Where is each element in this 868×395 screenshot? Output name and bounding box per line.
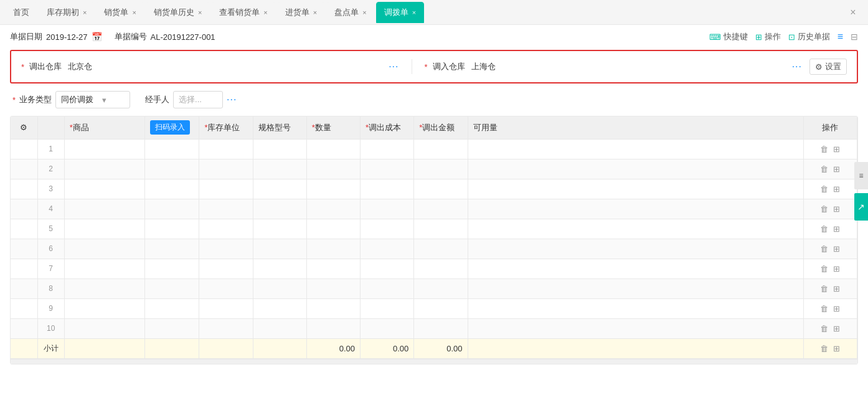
row-cost-cell[interactable]: [361, 298, 414, 318]
row-amount-cell[interactable]: [414, 159, 468, 179]
list-view-button[interactable]: ≡: [837, 31, 843, 42]
delete-icon[interactable]: 🗑: [820, 284, 828, 293]
row-qty-cell[interactable]: [306, 239, 360, 259]
row-qty-cell[interactable]: [306, 179, 360, 199]
row-amount-cell[interactable]: [414, 278, 468, 298]
out-warehouse-more-button[interactable]: ···: [389, 61, 399, 72]
tab-purchase-close[interactable]: ×: [313, 9, 317, 16]
operations-button[interactable]: ⊞ 操作: [755, 31, 781, 42]
copy-icon[interactable]: ⊞: [833, 184, 840, 194]
scrollbar[interactable]: [11, 359, 857, 364]
row-cost-cell[interactable]: [361, 278, 414, 298]
business-type-select[interactable]: 同价调拨 ▾: [55, 91, 130, 108]
copy-icon[interactable]: ⊞: [833, 304, 840, 313]
row-product-cell[interactable]: [64, 318, 144, 338]
row-spec-cell[interactable]: [253, 159, 306, 179]
copy-icon[interactable]: ⊞: [833, 324, 840, 333]
row-qty-cell[interactable]: [306, 298, 360, 318]
tab-inventory-check[interactable]: 盘点单 ×: [326, 2, 374, 23]
row-cost-cell[interactable]: [361, 318, 414, 338]
row-cost-cell[interactable]: [361, 179, 414, 199]
row-amount-cell[interactable]: [414, 219, 468, 239]
copy-icon[interactable]: ⊞: [833, 244, 840, 254]
row-amount-cell[interactable]: [414, 179, 468, 199]
delete-icon[interactable]: 🗑: [820, 304, 828, 313]
row-unit-cell[interactable]: [199, 179, 253, 199]
row-product-cell[interactable]: [64, 139, 144, 159]
row-spec-cell[interactable]: [253, 259, 306, 278]
row-amount-cell[interactable]: [414, 199, 468, 219]
tab-inventory-init[interactable]: 库存期初 ×: [39, 2, 95, 23]
copy-icon[interactable]: ⊞: [833, 164, 840, 174]
delete-icon[interactable]: 🗑: [820, 344, 828, 353]
tab-transfer-close[interactable]: ×: [412, 9, 416, 16]
col-gear[interactable]: ⚙: [11, 117, 37, 139]
row-qty-cell[interactable]: [306, 139, 360, 159]
row-unit-cell[interactable]: [199, 239, 253, 259]
tab-view-sales[interactable]: 查看销货单 ×: [211, 2, 275, 23]
tab-view-sales-close[interactable]: ×: [263, 9, 267, 16]
row-amount-cell[interactable]: [414, 318, 468, 338]
row-unit-cell[interactable]: [199, 159, 253, 179]
handler-input[interactable]: 选择...: [173, 91, 223, 108]
copy-icon[interactable]: ⊞: [833, 284, 840, 293]
right-sidebar-notes-button[interactable]: ≡: [854, 162, 868, 189]
tab-sales-order-close[interactable]: ×: [132, 9, 136, 16]
row-product-cell[interactable]: [64, 278, 144, 298]
tab-transfer[interactable]: 调拨单 ×: [376, 2, 424, 23]
col-scan[interactable]: 扫码录入: [145, 117, 199, 139]
row-cost-cell[interactable]: [361, 159, 414, 179]
row-product-cell[interactable]: [64, 259, 144, 278]
delete-icon[interactable]: 🗑: [820, 324, 828, 333]
row-cost-cell[interactable]: [361, 139, 414, 159]
delete-icon[interactable]: 🗑: [820, 204, 828, 214]
delete-icon[interactable]: 🗑: [820, 145, 828, 154]
row-amount-cell[interactable]: [414, 298, 468, 318]
row-unit-cell[interactable]: [199, 298, 253, 318]
row-qty-cell[interactable]: [306, 159, 360, 179]
history-button[interactable]: ⊡ 历史单据: [788, 31, 830, 42]
row-spec-cell[interactable]: [253, 318, 306, 338]
row-unit-cell[interactable]: [199, 199, 253, 219]
row-qty-cell[interactable]: [306, 199, 360, 219]
row-spec-cell[interactable]: [253, 239, 306, 259]
delete-icon[interactable]: 🗑: [820, 184, 828, 194]
row-unit-cell[interactable]: [199, 259, 253, 278]
row-spec-cell[interactable]: [253, 219, 306, 239]
tab-inventory-check-close[interactable]: ×: [362, 9, 366, 16]
copy-icon[interactable]: ⊞: [833, 344, 840, 353]
shortcut-button[interactable]: ⌨ 快捷键: [709, 31, 748, 42]
row-spec-cell[interactable]: [253, 278, 306, 298]
row-product-cell[interactable]: [64, 219, 144, 239]
tab-sales-history-close[interactable]: ×: [198, 9, 202, 16]
delete-icon[interactable]: 🗑: [820, 164, 828, 174]
tab-home[interactable]: 首页: [5, 2, 37, 23]
row-product-cell[interactable]: [64, 199, 144, 219]
in-warehouse-more-button[interactable]: ···: [792, 61, 802, 72]
row-cost-cell[interactable]: [361, 239, 414, 259]
row-product-cell[interactable]: [64, 159, 144, 179]
scan-entry-button[interactable]: 扫码录入: [150, 120, 190, 135]
right-sidebar-expand-button[interactable]: ↗: [854, 193, 868, 221]
warehouse-settings-button[interactable]: ⚙ 设置: [809, 59, 847, 75]
row-cost-cell[interactable]: [361, 199, 414, 219]
window-close-button[interactable]: ×: [843, 2, 863, 22]
delete-icon[interactable]: 🗑: [820, 224, 828, 234]
tab-sales-order[interactable]: 销货单 ×: [96, 2, 144, 23]
row-cost-cell[interactable]: [361, 219, 414, 239]
row-qty-cell[interactable]: [306, 318, 360, 338]
row-qty-cell[interactable]: [306, 219, 360, 239]
row-spec-cell[interactable]: [253, 139, 306, 159]
row-amount-cell[interactable]: [414, 239, 468, 259]
copy-icon[interactable]: ⊞: [833, 204, 840, 214]
calendar-icon[interactable]: 📅: [92, 32, 102, 42]
row-amount-cell[interactable]: [414, 259, 468, 278]
row-product-cell[interactable]: [64, 179, 144, 199]
row-unit-cell[interactable]: [199, 139, 253, 159]
row-spec-cell[interactable]: [253, 199, 306, 219]
row-unit-cell[interactable]: [199, 219, 253, 239]
copy-icon[interactable]: ⊞: [833, 224, 840, 234]
row-spec-cell[interactable]: [253, 179, 306, 199]
delete-icon[interactable]: 🗑: [820, 244, 828, 254]
row-qty-cell[interactable]: [306, 278, 360, 298]
